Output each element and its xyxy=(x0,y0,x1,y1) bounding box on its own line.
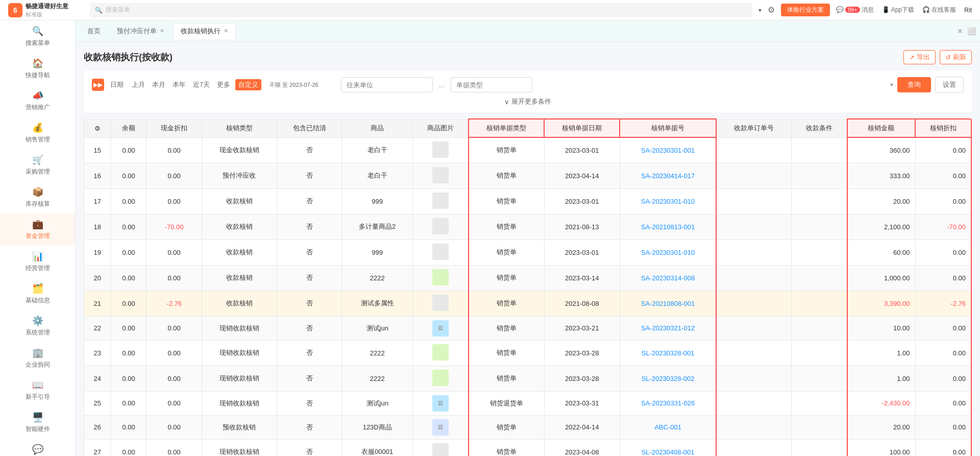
close-all-icon[interactable]: ✕ xyxy=(957,27,963,35)
online-service[interactable]: 🎧 在线客服 xyxy=(922,6,956,14)
tab-home[interactable]: 首页 xyxy=(80,23,108,39)
cell-receipt-no xyxy=(716,316,792,340)
sidebar-item-purchase[interactable]: 🛒 采购管理 xyxy=(0,149,75,181)
write-off-no-link[interactable]: SA-20230301-001 xyxy=(641,147,695,154)
cell-product-img: 🖼 xyxy=(412,391,468,415)
cell-product: 999 xyxy=(342,188,412,214)
cell-write-off-date: 2023-04-14 xyxy=(544,163,620,188)
date-this-year-btn[interactable]: 本年 xyxy=(170,79,188,90)
write-off-no-link[interactable]: SL-20230328-001 xyxy=(641,349,694,357)
cell-write-off-date: 2023-03-31 xyxy=(544,391,620,415)
table-row: 22 0.00 0.00 现销收款核销 否 测试jun 🖼 销货单 2023-0… xyxy=(84,316,972,340)
table-row: 23 0.00 0.00 现销收款核销 否 2222 销货单 2023-03-2… xyxy=(84,340,972,366)
maximize-icon[interactable]: ⬜ xyxy=(967,27,976,35)
home-icon: 🏠 xyxy=(32,58,43,69)
cell-balance: 0.00 xyxy=(111,415,146,439)
sidebar-item-sales[interactable]: 💰 销售管理 xyxy=(0,117,75,149)
logo-tag: 标准版 xyxy=(26,11,68,18)
single-type-input[interactable] xyxy=(451,77,532,92)
date-this-month-btn[interactable]: 本月 xyxy=(150,79,167,90)
sidebar-item-guide[interactable]: 📖 新手引导 xyxy=(0,374,75,406)
sidebar-item-label: 企业协同 xyxy=(26,361,50,369)
table-row: 21 0.00 -2.76 收款核销 否 测试多属性 销货单 2021-08-0… xyxy=(84,291,972,316)
sidebar-item-inventory[interactable]: 📦 库存核算 xyxy=(0,181,75,213)
tab-prepay[interactable]: 预付冲应付单 ✕ xyxy=(109,23,172,39)
cell-type: 现销收款核销 xyxy=(202,391,277,415)
from-unit-input[interactable] xyxy=(341,77,433,92)
sidebar-item-enterprise[interactable]: 🏢 企业协同 xyxy=(0,342,75,374)
sidebar-item-marketing[interactable]: 📣 营销推广 xyxy=(0,85,75,117)
cell-included: 否 xyxy=(277,340,342,366)
settings-gear-icon[interactable]: ⚙ xyxy=(768,5,775,15)
write-off-no-link[interactable]: SA-20230301-010 xyxy=(641,198,695,205)
write-off-no-link[interactable]: SA-20230331-026 xyxy=(641,399,695,407)
write-off-no-link[interactable]: ABC-001 xyxy=(654,423,681,431)
filter-dates: 上月 本月 本年 近7天 更多 自定义 xyxy=(130,79,261,90)
tab-collection-close[interactable]: ✕ xyxy=(224,28,228,34)
cell-cash-discount: 0.00 xyxy=(146,439,202,456)
filter-expand[interactable]: ∨ 展开更多条件 xyxy=(92,97,964,106)
cell-write-off-date: 2023-03-01 xyxy=(544,239,620,265)
export-button[interactable]: ↗ 导出 xyxy=(903,50,936,64)
sidebar-item-search[interactable]: 🔍 搜索菜单 xyxy=(0,20,75,53)
cell-balance: 0.00 xyxy=(111,188,146,214)
write-off-no-link[interactable]: SA-20230321-012 xyxy=(641,324,695,332)
cell-write-off-type: 销货单 xyxy=(469,214,544,239)
sidebar-item-hardware[interactable]: 🖥️ 智能硬件 xyxy=(0,406,75,439)
write-off-no-link[interactable]: SA-20230414-017 xyxy=(641,172,695,180)
cell-type: 现销收款核销 xyxy=(202,340,277,366)
tab-home-label: 首页 xyxy=(87,27,101,36)
refresh-button[interactable]: ↺ 刷新 xyxy=(940,50,972,64)
cell-receipt-no xyxy=(716,163,792,188)
app-download[interactable]: 📱 App下载 xyxy=(882,6,914,14)
cell-write-off-date: 2022-04-14 xyxy=(544,415,620,439)
logo: 6 畅捷通谱好生意 标准版 xyxy=(8,2,84,18)
date-7days-btn[interactable]: 近7天 xyxy=(191,79,212,90)
cell-receipt-no xyxy=(716,391,792,415)
sidebar-item-capital[interactable]: 💼 资金管理 xyxy=(0,213,75,246)
top-search[interactable]: 🔍 搜索菜单 xyxy=(90,3,752,17)
th-balance: 余额 xyxy=(111,119,146,137)
inventory-icon: 📦 xyxy=(32,186,43,198)
query-button[interactable]: 查询 xyxy=(897,77,931,92)
message-badge: 99+ xyxy=(845,7,860,13)
write-off-no-link[interactable]: SA-20210813-001 xyxy=(641,223,695,231)
cell-write-off-no: SA-20230301-010 xyxy=(620,239,716,265)
page-actions: ↗ 导出 ↺ 刷新 xyxy=(903,50,972,64)
cell-receipt-cond xyxy=(792,366,847,391)
write-off-no-link[interactable]: SL-20230408-001 xyxy=(641,448,694,456)
date-custom-btn[interactable]: 自定义 xyxy=(235,79,261,90)
th-settings[interactable]: ⚙ xyxy=(84,119,111,137)
cell-write-off-amount: 1.00 xyxy=(847,340,915,366)
cell-cash-discount: 0.00 xyxy=(146,316,202,340)
cell-balance: 0.00 xyxy=(111,391,146,415)
cell-write-off-discount: -70.00 xyxy=(915,214,971,239)
cell-type: 收款核销 xyxy=(202,188,277,214)
setting-button[interactable]: 设置 xyxy=(935,77,964,93)
sidebar-item-basic-info[interactable]: 🗂️ 基础信息 xyxy=(0,278,75,310)
write-off-no-link[interactable]: SL-20230328-002 xyxy=(641,375,694,382)
sidebar-item-operation[interactable]: 📊 经营管理 xyxy=(0,246,75,278)
dropdown-arrow[interactable]: ▾ xyxy=(758,7,762,14)
date-filter-label: 日期 xyxy=(110,80,124,89)
tab-collection[interactable]: 收款核销执行 ✕ xyxy=(173,23,236,39)
cell-write-off-discount: -2.76 xyxy=(915,291,971,316)
date-last-month-btn[interactable]: 上月 xyxy=(130,79,147,90)
cell-cash-discount: 0.00 xyxy=(146,265,202,291)
sidebar-item-system[interactable]: ⚙️ 系统管理 xyxy=(0,310,75,342)
date-more-btn[interactable]: 更多 xyxy=(215,79,232,90)
cell-write-off-date: 2021-08-13 xyxy=(544,214,620,239)
enterprise-icon: 🏢 xyxy=(32,347,43,358)
write-off-no-link[interactable]: SA-20230314-008 xyxy=(641,274,695,282)
search-icon: 🔍 xyxy=(32,26,43,37)
cell-write-off-no: SL-20230328-002 xyxy=(620,366,716,391)
write-off-no-link[interactable]: SA-20230301-010 xyxy=(641,249,695,256)
solution-button[interactable]: 体验行业方案 xyxy=(781,4,830,16)
tab-prepay-close[interactable]: ✕ xyxy=(160,28,164,34)
sidebar-item-quick-nav[interactable]: 🏠 快捷导航 xyxy=(0,53,75,85)
cell-write-off-type: 销货单 xyxy=(469,137,544,163)
message-icon[interactable]: 💬 99+ 消息 xyxy=(836,6,874,14)
filter-collapse-btn[interactable]: ▶▶ xyxy=(92,79,104,91)
sidebar-item-wechat[interactable]: 💬 企业微信 xyxy=(0,439,75,456)
write-off-no-link[interactable]: SA-20210808-001 xyxy=(641,300,695,307)
